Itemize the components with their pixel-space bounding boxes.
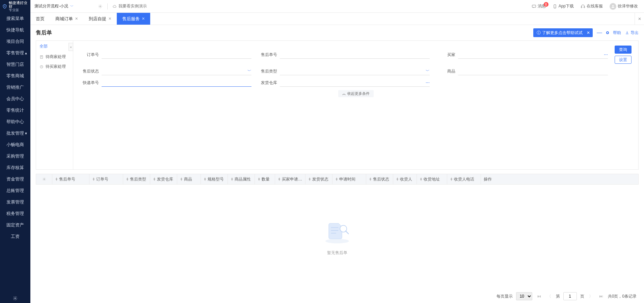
demo-link[interactable]: 我要看实例演示 bbox=[112, 3, 147, 9]
tab-2[interactable]: 到店自提✕ bbox=[83, 13, 117, 25]
status-tab-list: 全部 待商家处理 待买家处理 « bbox=[36, 40, 73, 170]
table-column-14[interactable]: ▲▼收货人电话 bbox=[447, 174, 481, 184]
tabs: 首页商城订单✕到店自提✕售后服务✕✕ bbox=[30, 13, 644, 25]
column-label: 商品属性 bbox=[235, 176, 251, 182]
pager-last[interactable]: ⏭ bbox=[598, 294, 605, 299]
nav-item-label: 批发管理 bbox=[6, 130, 24, 136]
close-icon[interactable]: ✕ bbox=[142, 17, 145, 21]
svg-point-2 bbox=[100, 6, 101, 7]
table-column-2[interactable]: ▲▼售后类型 bbox=[123, 174, 150, 184]
nav-item-label: 帮助中心 bbox=[6, 119, 24, 125]
flow-selector[interactable]: 测试分开流程-小况 ﹀ bbox=[34, 3, 95, 9]
table-column-13[interactable]: ▲▼收货地址 bbox=[417, 174, 447, 184]
table-column-0[interactable]: ▲▼售后单号 bbox=[52, 174, 89, 184]
close-icon[interactable]: ✕ bbox=[108, 17, 111, 21]
table-column-8[interactable]: ▲▼买家申请… bbox=[275, 174, 305, 184]
column-label: 商品 bbox=[184, 176, 192, 182]
tab-0[interactable]: 首页 bbox=[30, 13, 50, 25]
nav-item-1[interactable]: 快捷导航 bbox=[0, 24, 30, 36]
tab-3[interactable]: 售后服务✕ bbox=[117, 13, 150, 25]
tab-1[interactable]: 商城订单✕ bbox=[50, 13, 83, 25]
nav-item-0[interactable]: 搜索菜单 bbox=[0, 13, 30, 24]
pager: 每页显示 10 ⏮ 〈 第 页 〉 ⏭ 共0页，0条记录 bbox=[36, 290, 639, 303]
help-link[interactable]: 帮助 bbox=[613, 30, 621, 36]
collapse-filters-button[interactable]: ︽ 收起更多条件 bbox=[338, 90, 374, 97]
empty-text: 暂无售后单 bbox=[327, 250, 347, 256]
ship-warehouse-input[interactable]: ⋯ bbox=[280, 79, 430, 87]
pager-first[interactable]: ⏮ bbox=[536, 294, 542, 299]
nav-item-12[interactable]: 采购管理 bbox=[0, 150, 30, 162]
flow-settings-icon[interactable] bbox=[98, 4, 103, 9]
nav-item-17[interactable]: 税务管理 bbox=[0, 208, 30, 219]
buyer-input[interactable]: ⋯ bbox=[458, 51, 608, 59]
pager-prev[interactable]: 〈 bbox=[546, 294, 553, 299]
svg-point-0 bbox=[4, 6, 5, 7]
query-button[interactable]: 查询 bbox=[615, 46, 632, 54]
settings-icon[interactable] bbox=[13, 296, 18, 301]
status-tab-all[interactable]: 全部 bbox=[36, 41, 73, 52]
column-settings[interactable] bbox=[36, 174, 52, 184]
page-input[interactable] bbox=[563, 292, 577, 300]
settings-button[interactable]: 设置 bbox=[615, 56, 632, 64]
nav-item-15[interactable]: 总账管理 bbox=[0, 185, 30, 196]
user-menu[interactable]: 徐泽华修改 bbox=[608, 3, 640, 10]
table-column-6[interactable]: ▲▼商品属性 bbox=[228, 174, 255, 184]
messages-button[interactable]: 消息 8 bbox=[530, 3, 548, 9]
nav-item-19[interactable]: 工资 bbox=[0, 231, 30, 242]
nav-item-8[interactable]: 零售统计 bbox=[0, 105, 30, 116]
table-column-11[interactable]: ▲▼售后状态 bbox=[366, 174, 393, 184]
sort-icon: ▲▼ bbox=[396, 177, 399, 181]
nav-item-6[interactable]: 营销推广 bbox=[0, 82, 30, 93]
table-column-9[interactable]: ▲▼发货状态 bbox=[305, 174, 332, 184]
nav-item-16[interactable]: 发票管理 bbox=[0, 196, 30, 208]
nav-item-label: 零售商城 bbox=[6, 73, 24, 79]
table-column-3[interactable]: ▲▼发货仓库 bbox=[150, 174, 177, 184]
nav-item-7[interactable]: 会员中心 bbox=[0, 93, 30, 105]
nav-item-9[interactable]: 帮助中心 bbox=[0, 116, 30, 128]
nav-item-4[interactable]: 智慧门店 bbox=[0, 59, 30, 70]
tab-label: 到店自提 bbox=[89, 16, 106, 22]
help-label: 帮助 bbox=[613, 30, 621, 36]
nav-item-14[interactable]: 资金管理 bbox=[0, 173, 30, 185]
aftersale-no-input[interactable] bbox=[280, 51, 430, 59]
separator bbox=[107, 3, 108, 9]
express-no-input[interactable] bbox=[102, 79, 251, 87]
export-link[interactable]: 导出 bbox=[625, 30, 639, 36]
table-column-10[interactable]: ▲▼申请时间 bbox=[332, 174, 366, 184]
status-tab-buyer[interactable]: 待买家处理 bbox=[36, 62, 73, 72]
status-tab-merchant[interactable]: 待商家处理 bbox=[36, 52, 73, 62]
nav-item-5[interactable]: 零售商城 bbox=[0, 70, 30, 82]
per-page-select[interactable]: 10 bbox=[516, 292, 532, 300]
table-column-1[interactable]: ▲▼订单号 bbox=[89, 174, 123, 184]
nav-item-18[interactable]: 固定资产 bbox=[0, 219, 30, 231]
aftersale-status-select[interactable]: ﹀ bbox=[102, 67, 251, 75]
nav-item-label: 零售管理 bbox=[6, 50, 24, 56]
table-column-5[interactable]: ▲▼规格型号 bbox=[201, 174, 228, 184]
tip-banner[interactable]: ⓘ 了解更多点击帮助试试 ✕ bbox=[533, 28, 593, 37]
pager-next[interactable]: 〉 bbox=[588, 294, 594, 299]
tab-label: 首页 bbox=[36, 16, 45, 22]
table-column-12[interactable]: ▲▼收货人 bbox=[393, 174, 417, 184]
collapse-side-icon[interactable]: « bbox=[69, 43, 73, 51]
tip-close-icon[interactable]: ✕ bbox=[587, 30, 590, 35]
nav-item-2[interactable]: 项目合同 bbox=[0, 36, 30, 47]
aftersale-type-select[interactable]: ﹀ bbox=[280, 67, 430, 75]
product-input[interactable] bbox=[458, 67, 608, 75]
app-label: App下载 bbox=[559, 3, 574, 9]
close-all-tabs[interactable]: ✕ bbox=[635, 13, 644, 25]
table-column-15[interactable]: 操作 bbox=[481, 174, 505, 184]
table-column-7[interactable]: ▲▼数量 bbox=[255, 174, 275, 184]
close-icon[interactable]: ✕ bbox=[75, 17, 78, 21]
page-suffix: 页 bbox=[580, 294, 584, 299]
nav-item-11[interactable]: 小畅电商 bbox=[0, 139, 30, 150]
support-button[interactable]: 在线客服 bbox=[579, 3, 605, 9]
app-download-button[interactable]: App下载 bbox=[551, 3, 576, 9]
nav-item-13[interactable]: 库存核算 bbox=[0, 162, 30, 173]
nav-item-10[interactable]: 批发管理▼ bbox=[0, 128, 30, 139]
sort-icon: ▲▼ bbox=[369, 177, 372, 181]
sort-icon: ▲▼ bbox=[204, 177, 207, 181]
nav-item-3[interactable]: 零售管理▲ bbox=[0, 47, 30, 59]
order-no-input[interactable] bbox=[102, 51, 251, 59]
column-label: 发货仓库 bbox=[157, 176, 173, 182]
table-column-4[interactable]: ▲▼商品 bbox=[177, 174, 201, 184]
